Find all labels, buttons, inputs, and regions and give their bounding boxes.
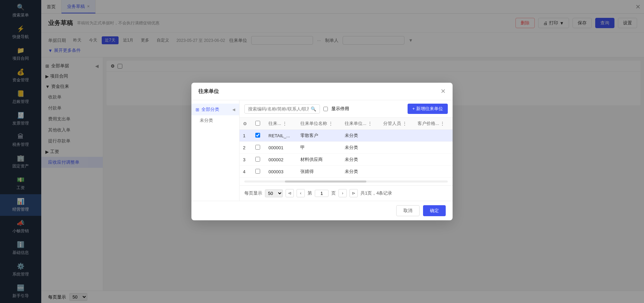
row-num: 4: [240, 166, 252, 178]
modal-left-all[interactable]: ⊞ 全部分类 ◀: [191, 104, 239, 115]
modal-per-page-select[interactable]: 50 20 100: [265, 189, 283, 197]
row-checkbox[interactable]: [252, 166, 265, 178]
row-manager: [380, 130, 414, 142]
show-disabled-checkbox[interactable]: [323, 107, 328, 111]
page-first-button[interactable]: ⊲: [286, 189, 294, 197]
modal-search-box[interactable]: 🔍: [244, 104, 320, 114]
col-name[interactable]: 往来单位名称 ⋮: [297, 118, 341, 130]
col-manager[interactable]: 分管人员 ⋮: [380, 118, 414, 130]
row-name: 材料供应商: [297, 154, 341, 166]
row-manager: [380, 142, 414, 154]
confirm-button[interactable]: 确定: [423, 205, 446, 216]
row-price: [414, 130, 453, 142]
row-code: RETAIL_...: [265, 130, 297, 142]
modal-right-panel: 🔍 显示停用 + 新增往来单位 ⚙ 往来... ⋮: [240, 100, 453, 201]
col-category[interactable]: 往来单位... ⋮: [341, 118, 380, 130]
row-price: [414, 142, 453, 154]
modal-right-toolbar: 🔍 显示停用 + 新增往来单位: [240, 100, 453, 118]
row-code: 000002: [265, 154, 297, 166]
table-row[interactable]: 3 000002 材料供应商 未分类: [240, 154, 453, 166]
total-records: 共1页，4条记录: [360, 190, 392, 196]
row-num: 1: [240, 130, 252, 142]
row-checkbox[interactable]: [252, 130, 265, 142]
modal-search-input[interactable]: [248, 106, 309, 112]
col-settings[interactable]: ⚙: [240, 118, 252, 130]
page-number-input[interactable]: [315, 190, 329, 197]
row-name: 甲: [297, 142, 341, 154]
page-prev-button[interactable]: ‹: [297, 189, 305, 197]
row-manager: [380, 154, 414, 166]
col-price[interactable]: 客户价格... ⋮: [414, 118, 453, 130]
row-manager: [380, 166, 414, 178]
table-row[interactable]: 4 000003 张婧得 未分类: [240, 166, 453, 178]
modal-close-button[interactable]: ✕: [441, 88, 446, 95]
row-category: 未分类: [341, 142, 380, 154]
add-partner-button[interactable]: + 新增往来单位: [408, 104, 448, 114]
row-checkbox[interactable]: [252, 142, 265, 154]
modal-header: 往来单位 ✕: [191, 83, 453, 100]
modal-data-table: ⚙ 往来... ⋮ 往来单位名称 ⋮ 往来单位... ⋮ 分管人员 ⋮ 客户价格…: [240, 118, 453, 178]
table-select-all[interactable]: [255, 121, 260, 126]
row-checkbox[interactable]: [252, 154, 265, 166]
page-last-button[interactable]: ⊳: [349, 189, 358, 197]
row-num: 3: [240, 154, 252, 166]
modal-body: ⊞ 全部分类 ◀ 未分类 🔍 显示停用 + 新增: [191, 100, 453, 201]
search-icon: 🔍: [311, 106, 316, 112]
modal-overlay: 往来单位 ✕ ⊞ 全部分类 ◀ 未分类: [0, 0, 644, 303]
row-price: [414, 154, 453, 166]
modal-left-uncategorized[interactable]: 未分类: [191, 115, 239, 126]
cancel-button[interactable]: 取消: [396, 205, 420, 216]
row-category: 未分类: [341, 166, 380, 178]
row-category: 未分类: [341, 130, 380, 142]
col-code[interactable]: 往来... ⋮: [265, 118, 297, 130]
modal-pagination: 每页显示 50 20 100 ⊲ ‹ 第 页 › ⊳ 共1页，4条记录: [240, 185, 453, 201]
row-code: 000003: [265, 166, 297, 178]
row-category: 未分类: [341, 154, 380, 166]
row-code: 000001: [265, 142, 297, 154]
panel-toggle[interactable]: ◀: [232, 107, 235, 112]
per-page-label: 每页显示: [244, 190, 262, 196]
modal-footer: 取消 确定: [191, 201, 453, 220]
partner-dialog: 往来单位 ✕ ⊞ 全部分类 ◀ 未分类: [191, 83, 453, 220]
modal-left-panel: ⊞ 全部分类 ◀ 未分类: [191, 100, 240, 201]
row-name: 张婧得: [297, 166, 341, 178]
show-disabled-label: 显示停用: [331, 106, 349, 112]
row-price: [414, 166, 453, 178]
row-name: 零散客户: [297, 130, 341, 142]
table-row[interactable]: 1 RETAIL_... 零散客户 未分类: [240, 130, 453, 142]
table-row[interactable]: 2 000001 甲 未分类: [240, 142, 453, 154]
col-checkbox[interactable]: [252, 118, 265, 130]
modal-title: 往来单位: [198, 88, 219, 95]
row-num: 2: [240, 142, 252, 154]
grid-icon-small: ⊞: [196, 107, 199, 112]
page-next-button[interactable]: ›: [338, 189, 347, 197]
